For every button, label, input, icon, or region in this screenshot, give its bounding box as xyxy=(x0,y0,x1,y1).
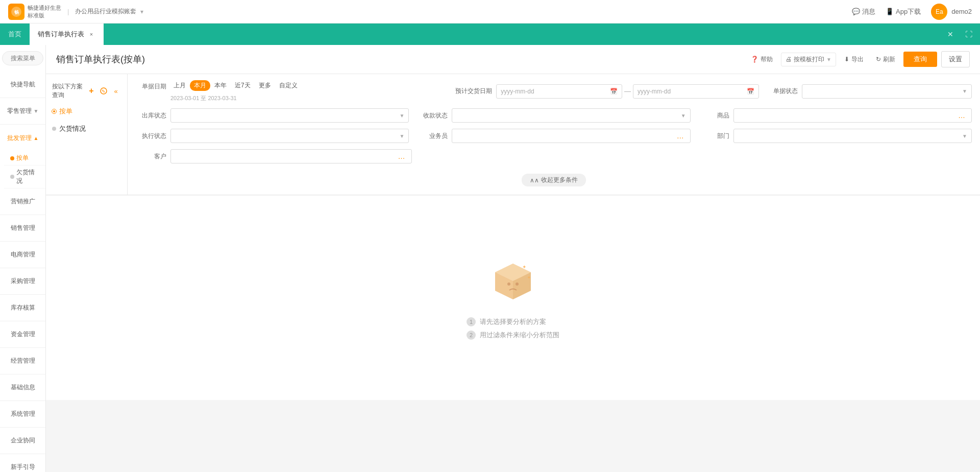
user-area[interactable]: Ea demo2 xyxy=(931,4,972,20)
doc-date-label: 单据日期 xyxy=(136,82,166,91)
hint2-text: 用过滤条件来缩小分析范围 xyxy=(480,331,559,340)
expected-start-input[interactable]: yyyy-mm-dd 📅 xyxy=(496,84,622,99)
print-icon: 🖨 xyxy=(786,56,792,63)
svg-point-9 xyxy=(516,282,519,286)
dept-select[interactable]: ▼ xyxy=(733,129,972,143)
calendar-icon-end: 📅 xyxy=(747,88,754,95)
query-btn[interactable]: 查询 xyxy=(903,52,937,67)
sales-label: 销售管理 xyxy=(11,224,35,232)
sub-item-debt[interactable]: 欠货情况 xyxy=(4,166,45,188)
sub-item-by-order[interactable]: 按单 xyxy=(4,151,45,166)
sidebar-item-system[interactable]: 系统管理 xyxy=(0,401,45,428)
filter-row-2: 出库状态 ▼ 收款状态 ▼ 商品 xyxy=(136,108,972,123)
filter-row-1: 单据日期 上月 本月 本年 近7天 更多 自定义 2023-03-0 xyxy=(136,80,972,102)
logo-area: 畅 畅捷通好生意 标准版 xyxy=(8,4,61,20)
sidebar-item-operations[interactable]: 经营管理 xyxy=(0,348,45,374)
header-left: 畅 畅捷通好生意 标准版 | 办公用品行业模拟账套 ▾ xyxy=(8,4,143,20)
filter-field-warehouse-status: 出库状态 ▼ xyxy=(136,108,409,123)
tab-bar-actions: ✕ ⛶ xyxy=(943,27,980,41)
date-tab-more[interactable]: 更多 xyxy=(255,80,275,91)
tab-expand[interactable]: ⛶ xyxy=(962,27,976,41)
svg-text:畅: 畅 xyxy=(14,10,19,15)
sidebar-search-input[interactable] xyxy=(2,51,43,65)
edit-scheme-btn[interactable]: ✎ xyxy=(99,86,109,96)
help-icon: ❓ xyxy=(751,56,758,63)
filter-field-exec-status: 执行状态 ▼ xyxy=(136,129,409,143)
date-tab-this-month[interactable]: 本月 xyxy=(190,80,210,91)
sidebar-item-purchase[interactable]: 采购管理 xyxy=(0,268,45,295)
app-download-action[interactable]: 📱 App下载 xyxy=(886,7,921,16)
breadcrumb[interactable]: 办公用品行业模拟账套 xyxy=(75,7,136,16)
salesperson-select[interactable]: … xyxy=(452,129,690,143)
refresh-btn[interactable]: ↻ 刷新 xyxy=(872,53,899,66)
sidebar-item-retail[interactable]: 零售管理 ▼ xyxy=(0,98,45,125)
sidebar-item-enterprise-collab[interactable]: 企业协同 xyxy=(0,428,45,454)
salesperson-ellipsis[interactable]: … xyxy=(675,132,686,140)
debt-dot xyxy=(10,175,14,179)
page-actions: ❓ 帮助 🖨 按模板打印 ▼ ⬇ 导出 ↻ 刷新 查询 设置 xyxy=(747,51,970,67)
sidebar-item-basic-info[interactable]: 基础信息 xyxy=(0,374,45,401)
breadcrumb-sep: | xyxy=(67,8,69,15)
sidebar: 快捷导航 零售管理 ▼ 批发管理 ▲ 按单 欠货情况 营销推广 销售管理 xyxy=(0,45,46,472)
sidebar-item-marketing[interactable]: 营销推广 xyxy=(0,188,45,215)
scheme-dot-gray xyxy=(52,127,56,131)
warehouse-status-select[interactable]: ▼ xyxy=(170,108,409,123)
breadcrumb-arrow[interactable]: ▾ xyxy=(140,8,143,15)
logo-text: 畅捷通好生意 标准版 xyxy=(28,4,61,19)
new-guide-label: 新手引导 xyxy=(11,463,35,471)
customer-select[interactable]: … xyxy=(170,149,412,163)
date-tab-this-year[interactable]: 本年 xyxy=(210,80,231,91)
sidebar-item-sales[interactable]: 销售管理 xyxy=(0,215,45,242)
date-tab-custom[interactable]: 自定义 xyxy=(275,80,302,91)
tab-close-icon[interactable]: × xyxy=(87,30,95,38)
customer-label: 客户 xyxy=(136,152,166,161)
svg-text:✦: ✦ xyxy=(527,275,531,280)
date-tab-last-month[interactable]: 上月 xyxy=(169,80,190,91)
sidebar-item-quick-nav[interactable]: 快捷导航 xyxy=(0,72,45,98)
payment-status-select[interactable]: ▼ xyxy=(452,108,690,123)
warehouse-status-label: 出库状态 xyxy=(136,111,166,120)
marketing-label: 营销推广 xyxy=(11,197,35,206)
hint1-text: 请先选择要分析的方案 xyxy=(480,317,546,326)
doc-status-arrow: ▼ xyxy=(962,88,967,94)
refresh-icon: ↻ xyxy=(876,56,881,63)
help-label: 帮助 xyxy=(761,55,773,64)
page-header: 销售订单执行表(按单) ❓ 帮助 🖨 按模板打印 ▼ ⬇ 导出 ↻ 刷新 xyxy=(46,45,980,74)
filter-actions-row: ∧∧ 收起更多条件 xyxy=(136,170,972,188)
export-btn[interactable]: ⬇ 导出 xyxy=(840,53,868,66)
top-header: 畅 畅捷通好生意 标准版 | 办公用品行业模拟账套 ▾ 💬 消息 📱 App下载… xyxy=(0,0,980,23)
date-tab-last7days[interactable]: 近7天 xyxy=(231,80,255,91)
sidebar-item-ecommerce[interactable]: 电商管理 xyxy=(0,242,45,268)
wholesale-arrow: ▲ xyxy=(34,135,39,141)
tab-close-all[interactable]: ✕ xyxy=(943,27,958,41)
hint1-num: 1 xyxy=(467,317,476,326)
collapse-scheme-btn[interactable]: « xyxy=(111,86,121,96)
filter-main: 单据日期 上月 本月 本年 近7天 更多 自定义 2023-03-0 xyxy=(128,74,980,195)
scheme-item-by-order[interactable]: 按单 xyxy=(46,103,127,120)
tab-home[interactable]: 首页 xyxy=(0,23,30,45)
expected-end-input[interactable]: yyyy-mm-dd 📅 xyxy=(633,84,759,99)
customer-ellipsis[interactable]: … xyxy=(396,152,407,160)
message-action[interactable]: 💬 消息 xyxy=(852,7,875,16)
add-scheme-btn[interactable]: + xyxy=(86,86,96,96)
goods-ellipsis[interactable]: … xyxy=(956,111,967,120)
filter-row-3: 执行状态 ▼ 业务员 … 部门 xyxy=(136,129,972,143)
exec-status-select[interactable]: ▼ xyxy=(170,129,409,143)
sidebar-item-inventory[interactable]: 库存核算 xyxy=(0,295,45,321)
tab-sales-exec[interactable]: 销售订单执行表 × xyxy=(30,23,104,45)
home-tab-label: 首页 xyxy=(8,30,21,39)
sidebar-item-wholesale[interactable]: 批发管理 ▲ xyxy=(0,125,45,151)
svg-point-8 xyxy=(507,282,510,286)
page-title: 销售订单执行表(按单) xyxy=(56,53,145,65)
doc-status-select[interactable]: ▼ xyxy=(802,84,972,99)
wholesale-label: 批发管理 xyxy=(7,134,32,143)
sidebar-item-capital[interactable]: 资金管理 xyxy=(0,321,45,348)
print-template-btn[interactable]: 🖨 按模板打印 ▼ xyxy=(781,53,836,66)
sidebar-item-new-guide[interactable]: 新手引导 xyxy=(0,454,45,472)
sidebar-item-search-menu[interactable] xyxy=(0,45,45,72)
settings-btn[interactable]: 设置 xyxy=(941,51,970,67)
scheme-item-debt[interactable]: 欠货情况 xyxy=(46,120,127,137)
help-btn[interactable]: ❓ 帮助 xyxy=(747,53,777,66)
goods-select[interactable]: … xyxy=(733,108,972,123)
collapse-btn[interactable]: ∧∧ 收起更多条件 xyxy=(522,174,586,186)
